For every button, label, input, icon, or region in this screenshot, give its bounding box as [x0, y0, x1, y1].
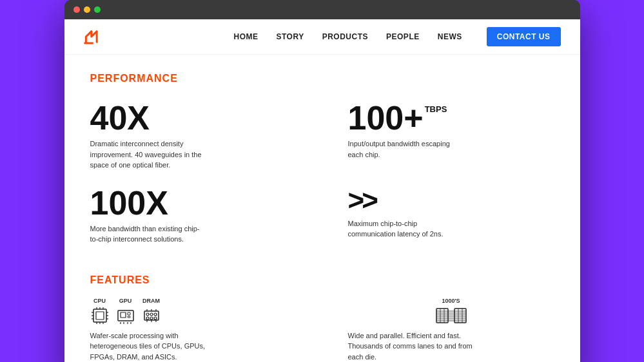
navigation: HOME STORY PRODUCTS PEOPLE NEWS CONTACT …	[64, 19, 580, 55]
performance-title: PERFORMANCE	[90, 73, 554, 84]
stat-arrows: >>	[348, 186, 554, 214]
features-section: FEATURES CPU	[90, 274, 554, 363]
features-title: FEATURES	[90, 274, 554, 286]
dram-label: DRAM	[142, 298, 160, 304]
svg-rect-0	[93, 309, 106, 322]
svg-rect-17	[128, 316, 130, 318]
feature2-desc: Wide and parallel. Efficient and fast. T…	[348, 330, 477, 363]
close-dot[interactable]	[73, 6, 80, 13]
comms-icon-group: 1000'S	[348, 298, 554, 325]
stat-100x-desc: More bandwidth than existing chip-to-chi…	[90, 224, 206, 245]
svg-point-24	[150, 313, 153, 316]
svg-rect-15	[121, 312, 126, 318]
chip-icons-group: CPU	[90, 298, 322, 325]
stat-100plus: 100+ TBPS	[348, 101, 554, 135]
svg-point-26	[146, 317, 149, 319]
svg-point-28	[154, 317, 157, 319]
perf-cell-40x: 40X Dramatic interconnect density improv…	[90, 96, 322, 181]
maximize-dot[interactable]	[94, 6, 101, 13]
nav-story[interactable]: STORY	[277, 32, 304, 41]
logo	[84, 28, 111, 46]
svg-rect-16	[128, 312, 130, 315]
cpu-icon-group: CPU	[90, 298, 110, 325]
nav-products[interactable]: PRODUCTS	[322, 32, 368, 41]
comms-icon	[435, 306, 467, 325]
stat-100tbps-desc: Input/output bandwidth escaping each chi…	[348, 138, 464, 160]
page-content: PERFORMANCE 40X Dramatic interconnect de…	[64, 55, 580, 362]
nav-home[interactable]: HOME	[234, 32, 259, 41]
comms-label: 1000'S	[442, 298, 460, 304]
perf-cell-100x: 100X More bandwidth than existing chip-t…	[90, 181, 322, 255]
svg-rect-1	[96, 312, 104, 319]
minimize-dot[interactable]	[84, 6, 90, 13]
browser-chrome	[64, 0, 580, 19]
tbps-label: TBPS	[425, 105, 447, 113]
stat-40x-desc: Dramatic interconnect density improvemen…	[90, 138, 206, 171]
cpu-label: CPU	[93, 298, 106, 304]
dram-icon	[142, 306, 161, 325]
contact-button[interactable]: CONTACT US	[487, 27, 561, 46]
stat-40x: 40X	[90, 101, 322, 135]
feature-cell-comms: 1000'S	[322, 298, 554, 363]
stat-100x: 100X	[90, 186, 322, 220]
features-grid: CPU	[90, 298, 554, 363]
feature1-desc: Wafer-scale processing with heterogeneou…	[90, 330, 219, 363]
gpu-icon	[116, 306, 135, 325]
perf-cell-latency: >> Maximum chip-to-chip communication la…	[322, 181, 554, 255]
svg-point-27	[150, 317, 153, 319]
nav-news[interactable]: NEWS	[438, 32, 462, 41]
svg-point-23	[146, 313, 149, 316]
nav-people[interactable]: PEOPLE	[386, 32, 420, 41]
dram-icon-group: DRAM	[142, 298, 161, 325]
browser-content: HOME STORY PRODUCTS PEOPLE NEWS CONTACT …	[64, 19, 580, 362]
browser-window: HOME STORY PRODUCTS PEOPLE NEWS CONTACT …	[64, 0, 580, 362]
performance-grid: 40X Dramatic interconnect density improv…	[90, 96, 554, 255]
stat-latency-desc: Maximum chip-to-chip communication laten…	[348, 218, 464, 240]
gpu-icon-group: GPU	[116, 298, 135, 325]
feature-cell-chips: CPU	[90, 298, 322, 363]
perf-cell-100tbps: 100+ TBPS Input/output bandwidth escapin…	[322, 96, 554, 181]
gpu-label: GPU	[119, 298, 132, 304]
cpu-icon	[90, 306, 110, 325]
nav-links: HOME STORY PRODUCTS PEOPLE NEWS CONTACT …	[234, 27, 561, 46]
svg-point-25	[154, 313, 157, 316]
